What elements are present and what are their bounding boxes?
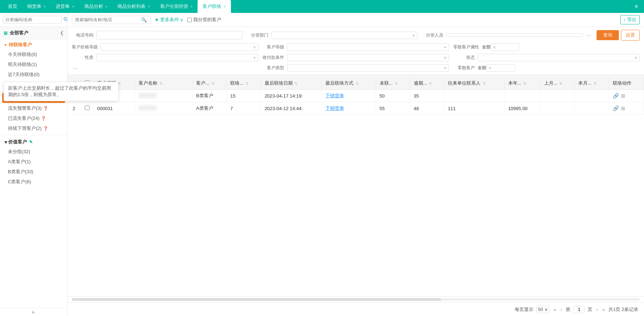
payment-select[interactable]: ∨ — [287, 54, 449, 61]
customer-type-select[interactable]: ∨ — [287, 64, 449, 72]
edit-icon[interactable]: ✎ — [29, 140, 33, 145]
more-conditions-btn[interactable]: ▼ 更多条件 ∨ — [154, 16, 184, 23]
col-name[interactable]: 客户名称 ⇅ — [135, 77, 193, 90]
close-icon[interactable]: × — [105, 4, 107, 9]
sidebar-search-input[interactable] — [3, 16, 62, 24]
sidebar-item-declining[interactable]: 持续下滑客户(2) ❓ — [0, 123, 67, 133]
row-code: 000031 — [93, 102, 135, 115]
export-button[interactable]: ↑ 导出 — [620, 15, 640, 24]
filter-search-input[interactable] — [75, 17, 140, 22]
col-contact-count[interactable]: 联络... ⇅ — [227, 77, 261, 90]
data-table-wrapper[interactable]: ⚙ 客户编码 ⇅ 客户名称 ⇅ 客户... — [68, 77, 644, 296]
col-this-year[interactable]: 本年... ⇅ — [504, 77, 540, 90]
sidebar-all-customers[interactable]: ⊞ 全部客户 ❮ — [0, 27, 67, 39]
row-last-month — [540, 90, 574, 102]
status-select[interactable]: ∨ — [478, 54, 640, 61]
nav-product-analysis-list[interactable]: 商品分析列表 × — [112, 0, 155, 13]
chevron-down-icon: ∨ — [635, 56, 637, 60]
dept-select[interactable]: ∨ — [271, 32, 417, 39]
nav-product-analysis[interactable]: 商品分析 × — [79, 0, 112, 13]
filter-search-icon[interactable]: 🔍 — [141, 17, 147, 23]
last-page-button[interactable]: » — [601, 307, 606, 312]
col-level[interactable]: 客户... ⇅ — [193, 77, 227, 90]
col-overdue[interactable]: 逾期... ⇅ — [410, 77, 444, 90]
table-row: 1 000039 B类客户 15 2023-04-17 14:19: 下销货单 … — [68, 90, 644, 102]
per-page-select[interactable]: 50 ∨ — [536, 306, 550, 313]
col-no-contact[interactable]: 未联... ⇅ — [376, 77, 410, 90]
settings-button[interactable]: 设置 — [621, 30, 640, 41]
filter-icon: ▼ — [154, 17, 159, 23]
row-level: B类客户 — [193, 90, 227, 102]
page-number-input[interactable] — [573, 306, 585, 313]
row-last-type[interactable]: 下销货单 — [322, 102, 376, 115]
blurred-name — [139, 93, 157, 98]
nature-select[interactable]: ∨ — [96, 54, 258, 61]
h-scrollbar-track[interactable] — [72, 298, 640, 301]
sidebar-item-churned[interactable]: 已流失客户(24) ❓ — [0, 113, 67, 123]
phone-input[interactable] — [96, 31, 242, 39]
sidebar-item-class-b[interactable]: B类客户(33) — [0, 167, 67, 177]
page-suffix: 页 — [588, 306, 592, 313]
sidebar-group-value[interactable]: ▼ 价值客户 ✎ — [0, 137, 67, 147]
col-last-type[interactable]: 最后联络方式 ⇅ — [322, 77, 376, 90]
next-page-button[interactable]: › — [595, 307, 598, 312]
sidebar-item-7days[interactable]: 近7天待联络(0) — [0, 70, 67, 80]
sidebar-item-class-a[interactable]: A类客户(1) — [0, 157, 67, 167]
col-contact-person[interactable]: 往来单位联系人 ⇅ — [444, 77, 505, 90]
col-this-month[interactable]: 本月... ⇅ — [575, 77, 609, 90]
row-last-type[interactable]: 下销货单 — [322, 90, 376, 102]
sidebar-item-unclassified[interactable]: 未分组(32) — [0, 147, 67, 157]
retail-customer-select[interactable]: ∨ — [486, 64, 515, 72]
row-name — [135, 102, 193, 115]
nav-customer-contact[interactable]: 客户联络 × — [198, 0, 231, 13]
grid-action-icon[interactable]: ⊞ — [621, 93, 625, 99]
sidebar-group-pending[interactable]: ▼ 待联络客户 — [0, 39, 67, 49]
table-header-row: ⚙ 客户编码 ⇅ 客户名称 ⇅ 客户... — [68, 77, 644, 90]
sidebar-item-class-c[interactable]: C类客户(6) — [0, 177, 67, 187]
link-action-icon[interactable]: 🔗 — [613, 105, 619, 111]
pagination-bar: 每页显示 50 ∨ « ‹ 第 页 › » 共1页 2条记录 — [68, 302, 644, 316]
nav-customer-segment[interactable]: 客户分层经营 × — [155, 0, 198, 13]
close-icon[interactable]: × — [190, 4, 193, 9]
close-icon[interactable]: × — [148, 4, 150, 9]
close-window-button[interactable]: × — [631, 3, 641, 10]
close-icon[interactable]: × — [223, 4, 226, 9]
sidebar-bottom: ▶ — [0, 308, 67, 316]
link-action-icon[interactable]: 🔗 — [613, 93, 619, 99]
row-checkbox[interactable] — [85, 105, 89, 110]
sidebar-item-tomorrow[interactable]: 明天待联络(1) — [0, 60, 67, 70]
sidebar-search-icon[interactable]: 🔍 — [63, 17, 68, 23]
export-icon: ↑ — [624, 17, 626, 23]
ellipsis-btn-left[interactable]: ··· — [72, 65, 79, 71]
h-scrollbar-thumb[interactable] — [72, 298, 441, 301]
row-contact-person — [444, 90, 505, 102]
nav-sales[interactable]: 销货单 × — [22, 0, 51, 13]
col-last-date[interactable]: 最后联络日期 ⇅ — [261, 77, 322, 90]
nav-purchase[interactable]: 进货单 × — [51, 0, 79, 13]
grid-action-icon[interactable]: ⊞ — [621, 105, 625, 111]
sidebar-item-today[interactable]: 今天待联络(0) — [0, 49, 67, 60]
filter-phone: 电话号码 — [72, 31, 242, 39]
nav-home[interactable]: 首页 — [3, 0, 22, 13]
my-customer-checkbox[interactable] — [187, 18, 192, 22]
sidebar-item-churn-warning[interactable]: 流失预警客户(3) ❓ — [0, 103, 67, 113]
sidebar-collapse-btn[interactable]: ▶ — [32, 310, 35, 315]
filter-payment: 收付款条件 ∨ — [263, 54, 449, 61]
manager-input[interactable] — [446, 33, 583, 37]
prev-page-button[interactable]: ‹ — [560, 307, 563, 312]
dept-label: 分管部门 — [247, 32, 268, 38]
sidebar: 🔍 ⊞ 全部客户 ❮ ▼ 待联络客户 今天待联络(0) 明天待联络(1) 近7天… — [0, 13, 68, 316]
first-page-button[interactable]: « — [553, 307, 557, 312]
close-icon[interactable]: × — [72, 4, 74, 9]
price-level-select[interactable]: ∨ — [101, 43, 258, 51]
chevron-down-icon: ∨ — [253, 56, 256, 60]
retail-attr-select[interactable]: ∨ — [491, 43, 519, 51]
close-icon[interactable]: × — [43, 4, 46, 9]
query-button[interactable]: 查询 — [597, 30, 619, 40]
customer-level-select[interactable]: ∨ — [287, 43, 449, 51]
col-last-month[interactable]: 上月... ⇅ — [540, 77, 574, 90]
row-overdue: 35 — [410, 90, 444, 102]
my-customer-checkbox-area[interactable]: 我分管的客户 — [187, 16, 221, 23]
collapse-icon[interactable]: ❮ — [60, 30, 64, 36]
ellipsis-button[interactable]: ··· — [585, 32, 592, 38]
